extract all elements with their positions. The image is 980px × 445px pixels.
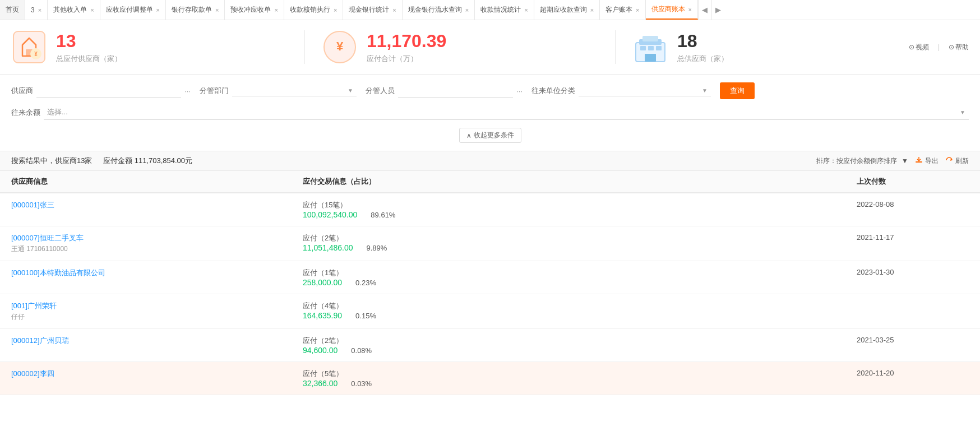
close-icon[interactable]: × [334, 7, 337, 13]
balance-filter: 往来余额 选择... ▼ [11, 105, 969, 120]
nav-supplier-ledger[interactable]: 供应商账本 × [646, 0, 698, 20]
total-suppliers-count: 18 [677, 30, 909, 52]
nav-bank-deposit[interactable]: 银行存取款单 × [166, 0, 225, 20]
col-supplier-info: 供应商信息 [11, 177, 303, 187]
last-pay-cell-6: 2020-11-20 [857, 369, 969, 377]
nav-prepay-offset[interactable]: 预收冲应收单 × [225, 0, 284, 20]
export-icon [915, 156, 923, 166]
tx-amount-4[interactable]: 164,635.90 [303, 311, 342, 320]
dept-select[interactable]: ▼ [232, 85, 357, 96]
supplier-cell-4: [001]广州荣轩 仔仔 [11, 301, 303, 322]
close-icon[interactable]: × [590, 7, 594, 13]
svg-rect-12 [645, 54, 656, 62]
stat-payable-suppliers: ¥ 13 总应付供应商（家） [11, 29, 288, 65]
tx-amount-3[interactable]: 258,000.00 [303, 278, 342, 287]
table-row: [000100]本特勤油品有限公司 应付（1笔） 258,000.00 0.23… [0, 261, 980, 294]
tx-cell-5: 应付（2笔） 94,600.00 0.08% [303, 336, 857, 355]
balance-filter-label: 往来余额 [11, 108, 40, 118]
supplier-payable-icon: ¥ [11, 29, 47, 65]
total-suppliers-label: 总供应商（家） [677, 54, 909, 64]
nav-prev-arrow[interactable]: ◀ [698, 0, 711, 20]
results-summary: 搜索结果中，供应商13家 应付金额 111,703,854.00元 [11, 156, 192, 166]
close-icon[interactable]: × [38, 7, 41, 13]
nav-receipt-verify[interactable]: 收款核销执行 × [284, 0, 343, 20]
supplier-cell-1: [000001]张三 [11, 200, 303, 210]
close-icon[interactable]: × [156, 7, 160, 13]
nav-cash-bank-stats[interactable]: 现金银行统计 × [343, 0, 402, 20]
close-icon[interactable]: × [465, 7, 469, 13]
tx-cell-3: 应付（1笔） 258,000.00 0.23% [303, 268, 857, 287]
tx-cell-4: 应付（4笔） 164,635.90 0.15% [303, 301, 857, 320]
svg-rect-13 [916, 161, 922, 163]
filter-bottom-row: ∧ 收起更多条件 [11, 126, 969, 145]
supplier-cell-2: [000007]恒旺二手叉车 王通 17106110000 [11, 233, 303, 254]
close-icon[interactable]: × [688, 6, 692, 13]
close-icon[interactable]: × [90, 7, 94, 13]
supplier-link-4[interactable]: [001]广州荣轩 [11, 302, 57, 310]
nav-home[interactable]: 首页 [0, 0, 25, 20]
filter-area: 供应商 ··· 分管部门 ▼ 分管人员 ··· 往来单位分类 ▼ 查询 [0, 75, 980, 151]
supplier-link-1[interactable]: [000001]张三 [11, 201, 54, 209]
dept-filter: 分管部门 ▼ [200, 85, 357, 96]
table-container: 供应商信息 应付交易信息（占比） 上次付数 [000001]张三 应付（15笔）… [0, 171, 980, 445]
refresh-icon [945, 156, 953, 166]
nav-overdue-query[interactable]: 超期应收款查询 × [534, 0, 600, 20]
category-filter: 往来单位分类 ▼ [531, 85, 711, 96]
last-pay-cell-1: 2022-08-08 [857, 200, 969, 208]
category-select[interactable]: ▼ [579, 85, 711, 96]
close-icon[interactable]: × [524, 7, 528, 13]
results-actions: 排序：按应付余额倒序排序 ▼ 导出 刷新 [816, 156, 969, 166]
nav-tab-3[interactable]: 3 × [25, 0, 48, 20]
tx-percent-3: 0.23% [355, 279, 376, 287]
tx-cell-2: 应付（2笔） 11,051,486.00 9.89% [303, 233, 857, 252]
tx-amount-5[interactable]: 94,600.00 [303, 346, 338, 355]
supplier-cell-5: [000012]广州贝瑞 [11, 336, 303, 346]
collapse-chevron-icon: ∧ [466, 132, 471, 140]
payable-total-label: 应付合计（万） [367, 54, 598, 64]
nav-next-arrow[interactable]: ▶ [711, 0, 725, 20]
tx-amount-6[interactable]: 32,366.00 [303, 379, 338, 388]
supplier-link-2[interactable]: [000007]恒旺二手叉车 [11, 234, 84, 242]
close-icon[interactable]: × [215, 7, 219, 13]
dept-filter-label: 分管部门 [200, 86, 229, 96]
supplier-sub-4: 仔仔 [11, 312, 303, 322]
supplier-link-5[interactable]: [000012]广州贝瑞 [11, 336, 69, 345]
close-icon[interactable]: × [274, 7, 278, 13]
video-link[interactable]: ⊙视频 [909, 43, 929, 52]
nav-receipt-stats[interactable]: 收款情况统计 × [475, 0, 534, 20]
search-button[interactable]: 查询 [720, 82, 755, 99]
total-suppliers-icon [632, 29, 668, 65]
supplier-link-6[interactable]: [000002]李四 [11, 369, 54, 378]
category-filter-label: 往来单位分类 [531, 86, 575, 96]
person-dots-button[interactable]: ··· [516, 87, 523, 95]
nav-cash-bank-flow[interactable]: 现金银行流水查询 × [403, 0, 475, 20]
close-icon[interactable]: × [636, 7, 639, 13]
header-links: ⊙视频 | ⊙帮助 [909, 43, 969, 52]
help-link[interactable]: ⊙帮助 [949, 43, 969, 52]
balance-select[interactable]: 选择... ▼ [44, 105, 969, 120]
nav-other-income[interactable]: 其他收入单 × [48, 0, 100, 20]
refresh-button[interactable]: 刷新 [945, 156, 969, 166]
nav-ar-ap-adjustment[interactable]: 应收应付调整单 × [100, 0, 166, 20]
tx-percent-6: 0.03% [351, 379, 372, 388]
tx-amount-2[interactable]: 11,051,486.00 [303, 243, 353, 252]
supplier-link-3[interactable]: [000100]本特勤油品有限公司 [11, 268, 105, 277]
supplier-filter: 供应商 ··· [11, 84, 191, 98]
results-bar: 搜索结果中，供应商13家 应付金额 111,703,854.00元 排序：按应付… [0, 151, 980, 171]
balance-dropdown-icon: ▼ [960, 109, 965, 115]
tx-amount-1[interactable]: 100,092,540.00 [303, 210, 357, 219]
supplier-filter-label: 供应商 [11, 86, 33, 96]
person-input[interactable] [398, 84, 513, 98]
collapse-button[interactable]: ∧ 收起更多条件 [459, 128, 521, 143]
svg-rect-11 [656, 46, 662, 50]
sort-dropdown[interactable]: 排序：按应付余额倒序排序 ▼ [816, 156, 908, 166]
export-button[interactable]: 导出 [915, 156, 939, 166]
payable-suppliers-count: 13 [56, 30, 288, 52]
dept-dropdown-icon: ▼ [348, 87, 353, 94]
nav-customer-ledger[interactable]: 客户账本 × [600, 0, 645, 20]
stat-total-suppliers: 18 总供应商（家） [632, 29, 909, 65]
supplier-dots-button[interactable]: ··· [184, 87, 191, 95]
supplier-input[interactable] [36, 84, 181, 98]
close-icon[interactable]: × [392, 7, 396, 13]
last-pay-cell-5: 2021-03-25 [857, 336, 969, 344]
